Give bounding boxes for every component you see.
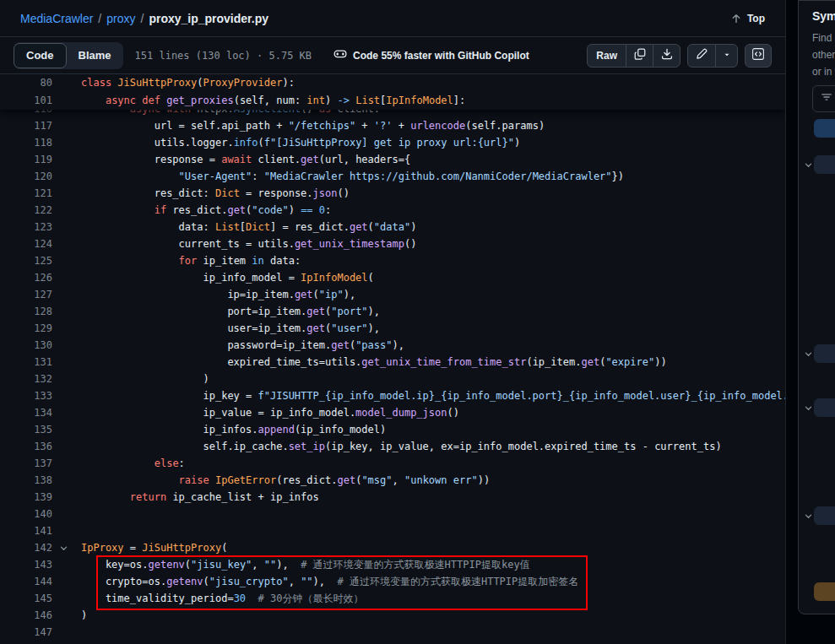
symbol-pill[interactable] bbox=[814, 119, 835, 138]
code-line: 131 expired_time_ts=utils.get_unix_time_… bbox=[0, 354, 785, 371]
breadcrumb-folder-link[interactable]: proxy bbox=[106, 12, 135, 25]
tab-blame[interactable]: Blame bbox=[67, 43, 123, 68]
breadcrumb-repo-link[interactable]: MediaCrawler bbox=[20, 12, 93, 25]
breadcrumb-separator: / bbox=[98, 12, 101, 25]
code-line: 141 bbox=[0, 522, 785, 539]
raw-button[interactable]: Raw bbox=[588, 45, 626, 67]
symbol-pill[interactable] bbox=[814, 155, 835, 174]
symbols-filter-input[interactable] bbox=[812, 85, 835, 112]
fold-spacer bbox=[52, 252, 81, 269]
code-text: class JiSuHttpProxy(ProxyProvider): bbox=[81, 74, 295, 92]
code-text: ) bbox=[81, 607, 87, 624]
line-number[interactable]: 141 bbox=[0, 522, 52, 539]
code-line: 136 self.ip_cache.set_ip(ip_key, ip_valu… bbox=[0, 438, 785, 455]
line-number[interactable]: 127 bbox=[0, 286, 52, 303]
line-number[interactable]: 123 bbox=[0, 219, 52, 235]
fold-spacer bbox=[52, 320, 81, 337]
fold-spacer bbox=[52, 202, 81, 219]
fold-spacer bbox=[52, 354, 81, 371]
fold-spacer bbox=[52, 185, 81, 202]
line-number[interactable]: 131 bbox=[0, 354, 52, 371]
line-number[interactable]: 144 bbox=[0, 573, 52, 590]
symbol-pill[interactable] bbox=[814, 398, 835, 417]
line-number[interactable]: 126 bbox=[0, 269, 52, 286]
line-number[interactable]: 140 bbox=[0, 506, 52, 522]
chevron-down-icon[interactable] bbox=[804, 160, 813, 170]
symbol-pill[interactable] bbox=[814, 506, 835, 525]
copilot-banner[interactable]: Code 55% faster with GitHub Copilot bbox=[333, 47, 529, 63]
download-raw-button[interactable] bbox=[653, 45, 680, 67]
line-number[interactable]: 121 bbox=[0, 185, 52, 202]
line-number[interactable]: 143 bbox=[0, 556, 52, 573]
line-number[interactable]: 134 bbox=[0, 404, 52, 421]
chevron-down-icon[interactable] bbox=[804, 349, 813, 359]
line-number[interactable]: 137 bbox=[0, 455, 52, 472]
chevron-down-icon[interactable] bbox=[804, 403, 813, 413]
symbols-panel-toggle-button[interactable] bbox=[745, 44, 772, 68]
line-number[interactable]: 117 bbox=[0, 117, 52, 134]
line-number[interactable]: 136 bbox=[0, 438, 52, 455]
line-number[interactable]: 135 bbox=[0, 421, 52, 438]
line-number[interactable]: 101 bbox=[0, 92, 52, 110]
edit-dropdown-button[interactable] bbox=[715, 45, 737, 67]
fold-spacer bbox=[52, 235, 81, 252]
annotation-highlight-box bbox=[96, 555, 588, 610]
code-text: if res_dict.get("code") == 0: bbox=[81, 202, 331, 219]
code-text: return ip_cache_list + ip_infos bbox=[81, 489, 319, 506]
line-number[interactable]: 80 bbox=[0, 74, 52, 92]
code-line: 138 raise IpGetError(res_dict.get("msg",… bbox=[0, 472, 785, 489]
file-content-column: MediaCrawler / proxy / proxy_ip_provider… bbox=[0, 0, 786, 644]
fold-spacer bbox=[52, 74, 81, 92]
tab-code[interactable]: Code bbox=[14, 43, 67, 68]
code-text: ip_value = ip_info_model.model_dump_json… bbox=[81, 404, 459, 421]
fold-spacer bbox=[52, 522, 81, 539]
code-text: res_dict: Dict = response.json() bbox=[81, 185, 350, 202]
line-number[interactable]: 130 bbox=[0, 337, 52, 354]
scroll-to-top-button[interactable]: Top bbox=[724, 9, 772, 28]
line-number[interactable]: 145 bbox=[0, 590, 52, 607]
code-line: 80class JiSuHttpProxy(ProxyProvider): bbox=[0, 74, 785, 92]
code-line: 127 ip=ip_item.get("ip"), bbox=[0, 286, 785, 303]
line-number[interactable]: 122 bbox=[0, 202, 52, 219]
code-line: 123 data: List[Dict] = res_dict.get("dat… bbox=[0, 219, 785, 235]
chevron-down-icon[interactable] bbox=[804, 511, 813, 521]
line-number[interactable]: 133 bbox=[0, 387, 52, 404]
line-number[interactable]: 132 bbox=[0, 371, 52, 387]
line-number[interactable]: 146 bbox=[0, 607, 52, 624]
line-number[interactable]: 118 bbox=[0, 134, 52, 151]
breadcrumb-bar: MediaCrawler / proxy / proxy_ip_provider… bbox=[0, 0, 785, 37]
line-number[interactable]: 139 bbox=[0, 489, 52, 506]
code-text: response = await client.get(url, headers… bbox=[81, 151, 410, 168]
line-number[interactable]: 125 bbox=[0, 252, 52, 269]
line-number[interactable]: 129 bbox=[0, 320, 52, 337]
code-text: url = self.api_path + "/fetchips" + '?' … bbox=[81, 117, 545, 134]
code-line: 120 "User-Agent": "MediaCrawler https://… bbox=[0, 168, 785, 185]
arrow-up-icon bbox=[730, 13, 742, 24]
code-text: "User-Agent": "MediaCrawler https://gith… bbox=[81, 168, 624, 185]
copilot-icon bbox=[333, 47, 347, 63]
code-blame-switch: Code Blame bbox=[14, 42, 123, 69]
line-number[interactable]: 142 bbox=[0, 539, 52, 556]
fold-spacer bbox=[52, 286, 81, 303]
fold-toggle-icon[interactable] bbox=[52, 539, 81, 556]
symbol-row bbox=[799, 344, 835, 363]
fold-spacer bbox=[52, 556, 81, 573]
code-symbols-icon bbox=[752, 48, 764, 62]
edit-file-button[interactable] bbox=[688, 45, 715, 67]
symbol-pill[interactable] bbox=[814, 344, 835, 363]
line-number[interactable]: 119 bbox=[0, 151, 52, 168]
fold-spacer bbox=[52, 168, 81, 185]
fold-spacer bbox=[52, 489, 81, 506]
line-number[interactable]: 128 bbox=[0, 303, 52, 320]
copy-raw-button[interactable] bbox=[626, 45, 653, 67]
line-number[interactable]: 124 bbox=[0, 235, 52, 252]
line-number[interactable]: 138 bbox=[0, 472, 52, 489]
fold-spacer bbox=[52, 455, 81, 472]
fold-spacer bbox=[52, 624, 81, 641]
copilot-banner-text: Code 55% faster with GitHub Copilot bbox=[353, 50, 529, 62]
breadcrumb-separator: / bbox=[140, 12, 144, 25]
symbol-pill[interactable] bbox=[814, 582, 835, 601]
filter-icon bbox=[821, 91, 832, 106]
line-number[interactable]: 120 bbox=[0, 168, 52, 185]
line-number[interactable]: 147 bbox=[0, 624, 52, 641]
